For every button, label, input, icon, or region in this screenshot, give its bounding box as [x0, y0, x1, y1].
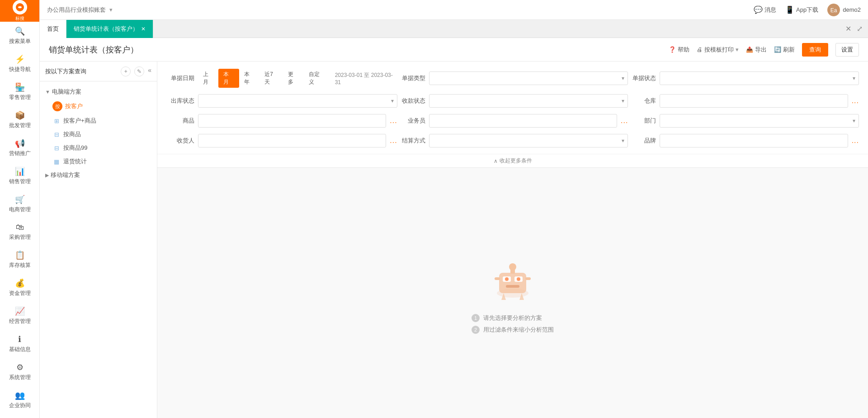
tab-sales-stats[interactable]: 销货单统计表（按客户） ✕: [66, 20, 153, 38]
sidebar-label-7: 采购管理: [9, 233, 31, 241]
svg-rect-10: [495, 277, 500, 280]
warehouse-control: ...: [660, 94, 859, 108]
svg-rect-2: [499, 273, 526, 293]
status-select[interactable]: [660, 71, 859, 85]
sidebar-item-7[interactable]: 🛍采购管理: [0, 218, 40, 246]
sidebar-label-12: 系统管理: [9, 374, 31, 381]
app-download-button[interactable]: 📱 App下载: [785, 5, 818, 14]
help-icon: ❓: [669, 46, 676, 53]
payment-status-select[interactable]: [429, 94, 628, 108]
receiver-input[interactable]: [198, 134, 386, 147]
sidebar-item-8[interactable]: 📋库存核算: [0, 246, 40, 274]
tip-num-1: 1: [472, 314, 480, 322]
export-button[interactable]: 📤 导出: [746, 46, 767, 54]
receiver-label: 收货人: [166, 137, 198, 145]
out-status-select[interactable]: [198, 94, 397, 108]
sidebar-item-11[interactable]: ℹ基础信息: [0, 330, 40, 358]
tree-group-mobile-header[interactable]: ▶ 移动端方案: [40, 168, 157, 182]
sidebar-item-2[interactable]: 🏪零售管理: [0, 78, 40, 106]
right-panel: 单据日期 上月 本月 本年 近7天 更多 自定义 2023-03-01 至 20…: [157, 62, 868, 418]
tree-group-pc-header[interactable]: ▼ 电脑端方案: [40, 85, 157, 99]
sidebar-icon-10: 📈: [15, 306, 25, 316]
collapse-panel-button[interactable]: «: [148, 66, 151, 76]
receiver-dots-button[interactable]: ...: [390, 137, 397, 145]
date-tab-this-month[interactable]: 本月: [218, 69, 239, 88]
sidebar-item-3[interactable]: 📦批发管理: [0, 106, 40, 134]
tree-item-icon-customer-goods: ⊞: [52, 117, 61, 125]
sidebar-item-14[interactable]: 🎯新手引导: [0, 414, 40, 418]
user-area[interactable]: demo2: [827, 4, 861, 16]
date-tab-last-month[interactable]: 上月: [198, 69, 218, 88]
sidebar-item-9[interactable]: 💰资金管理: [0, 274, 40, 302]
goods-label: 商品: [166, 117, 198, 125]
tab-sales-stats-label: 销货单统计表（按客户）: [74, 25, 138, 33]
sidebar-item-10[interactable]: 📈经营管理: [0, 302, 40, 330]
add-scheme-button[interactable]: +: [121, 66, 131, 76]
sidebar-icon-5: 📊: [15, 166, 25, 176]
help-button[interactable]: ❓ 帮助: [669, 46, 689, 54]
tree-item-icon-goods99: ⊟: [52, 144, 61, 152]
staff-input[interactable]: [429, 114, 617, 128]
status-label: 单据状态: [628, 74, 660, 82]
tree-item-by-customer[interactable]: 按 按客户: [40, 99, 157, 114]
tree-arrow-right-icon: ▶: [45, 172, 49, 178]
brand-control: ...: [660, 134, 859, 147]
query-button[interactable]: 查询: [802, 43, 828, 57]
goods-dots-button[interactable]: ...: [390, 117, 397, 125]
tree-item-return-stats[interactable]: ▦ 退货统计: [40, 155, 157, 168]
sidebar-item-5[interactable]: 📊销售管理: [0, 162, 40, 190]
payment-status-control: [429, 94, 628, 108]
sidebar-icon-2: 🏪: [15, 82, 25, 92]
goods-input[interactable]: [198, 114, 386, 128]
tab-home[interactable]: 首页: [40, 20, 66, 38]
sidebar-item-6[interactable]: 🛒电商管理: [0, 190, 40, 218]
settings-button[interactable]: 设置: [835, 43, 859, 57]
sidebar-label-11: 基础信息: [9, 346, 31, 353]
brand-dots-button[interactable]: ...: [852, 137, 859, 145]
collapse-icon: «: [148, 66, 151, 74]
sidebar-item-13[interactable]: 👥企业协同: [0, 386, 40, 414]
tab-close-all-button[interactable]: ✕: [845, 24, 851, 33]
staff-dots-button[interactable]: ...: [621, 117, 628, 125]
type-control: [429, 71, 628, 85]
sidebar-label-10: 经营管理: [9, 318, 31, 325]
date-tab-more[interactable]: 更多: [283, 69, 303, 88]
tab-fullscreen-button[interactable]: ⤢: [857, 24, 863, 33]
brand-input[interactable]: [660, 134, 848, 147]
print-button[interactable]: 🖨 按模板打印 ▾: [697, 46, 739, 54]
filter-row-3: 商品 ... 业务员 ... 部门: [166, 114, 859, 128]
date-tab-custom[interactable]: 自定义: [304, 69, 330, 88]
tree-item-by-goods99[interactable]: ⊟ 按商品99: [40, 141, 157, 155]
date-tab-7days[interactable]: 近7天: [259, 69, 283, 88]
tree-item-by-customer-goods[interactable]: ⊞ 按客户+商品: [40, 114, 157, 128]
warehouse-input[interactable]: [660, 94, 848, 108]
sidebar-label-8: 库存核算: [9, 261, 31, 269]
message-button[interactable]: 💬 消息: [754, 5, 776, 14]
tree-item-return-label: 退货统计: [63, 157, 87, 166]
refresh-button[interactable]: 🔄 刷新: [774, 46, 795, 54]
sidebar-icon-4: 📢: [15, 138, 25, 148]
svg-rect-11: [525, 277, 531, 280]
warehouse-dots-button[interactable]: ...: [852, 97, 859, 105]
sidebar-item-1[interactable]: ⚡快捷导航: [0, 50, 40, 78]
sidebar-item-12[interactable]: ⚙系统管理: [0, 358, 40, 386]
sidebar-item-4[interactable]: 📢营销推广: [0, 134, 40, 162]
tree-item-icon-goods: ⊟: [52, 130, 61, 138]
sidebar-item-0[interactable]: 🔍搜索菜单: [0, 22, 40, 50]
collapse-filter-button[interactable]: ∧ 收起更多条件: [157, 154, 868, 167]
edit-scheme-button[interactable]: ✎: [134, 66, 144, 76]
tip-text-1: 请先选择要分析的方案: [483, 314, 542, 322]
content-area: 1 请先选择要分析的方案 2 用过滤条件来缩小分析范围: [157, 168, 868, 418]
tab-close-button[interactable]: ✕: [141, 26, 146, 32]
top-header: 办公用品行业模拟账套 ▾ 💬 消息 📱 App下载 demo2: [40, 0, 868, 20]
page-title: 销货单统计表（按客户）: [49, 44, 138, 55]
tree-group-mobile: ▶ 移动端方案: [40, 168, 157, 182]
header-chevron[interactable]: ▾: [109, 6, 113, 13]
type-select[interactable]: [429, 71, 628, 85]
tree-item-by-goods[interactable]: ⊟ 按商品: [40, 128, 157, 141]
empty-icon: [486, 252, 540, 307]
settle-select[interactable]: [429, 134, 628, 147]
sidebar-icon-11: ℹ: [18, 334, 21, 344]
dept-select[interactable]: [660, 114, 859, 128]
date-tab-this-year[interactable]: 本年: [239, 69, 259, 88]
